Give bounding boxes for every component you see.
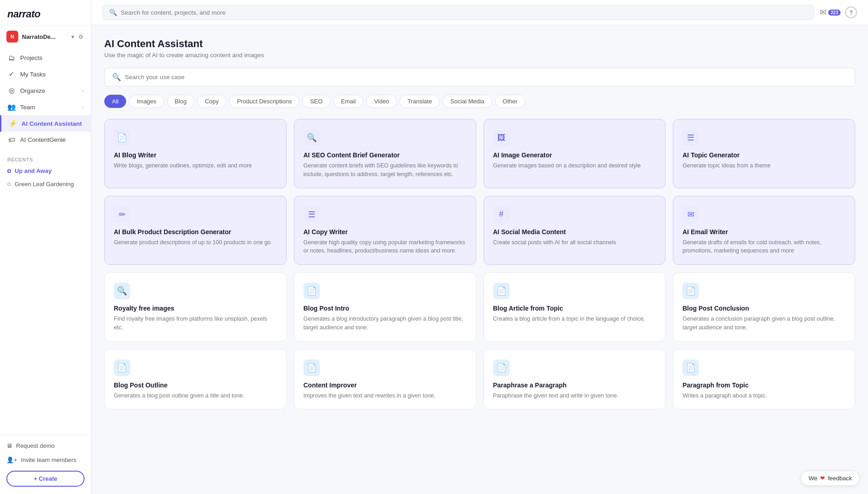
ai-copy-writer-title: AI Copy Writer [304,228,467,236]
tasks-icon: ✓ [7,70,16,78]
card-content-improver[interactable]: 📄 Content Improver Improves the given te… [294,349,476,410]
page-subtitle: Use the magic of AI to create amazing co… [104,52,855,59]
ai-image-generator-icon: 🖼 [493,129,510,146]
filter-tab-all[interactable]: All [104,95,126,108]
ai-topic-generator-desc: Generate topic ideas from a theme [682,161,846,170]
card-royalty-free-images[interactable]: 🔍 Royalty free images Find royalty free … [104,272,287,342]
recent-item-green-leaf[interactable]: Green Leaf Gardening [0,177,91,191]
filter-tab-images[interactable]: Images [129,95,164,108]
filter-tab-blog[interactable]: Blog [167,95,194,108]
sidebar-item-label: Team [20,104,35,111]
account-switcher[interactable]: N NarratoDe... ▾ ⚙ [0,26,91,47]
notifications-button[interactable]: ✉ 223 [820,7,841,17]
sidebar-item-label: AI ContentGenie [20,136,66,143]
global-search-input[interactable] [121,9,807,16]
feedback-label: We [809,475,817,482]
organize-icon: ◎ [7,86,16,95]
use-case-search-input[interactable] [125,74,847,81]
feedback-button[interactable]: We ❤ feedback [801,471,860,486]
page-title: AI Content Assistant [104,38,855,50]
sidebar-item-label: Projects [20,54,43,61]
card-blog-post-conclusion[interactable]: 📄 Blog Post Conclusion Generates a concl… [673,272,855,342]
filter-tab-product-descriptions[interactable]: Product Descriptions [229,95,299,108]
cards-grid: 📄 AI Blog Writer Write blogs, generate o… [104,119,855,409]
blog-post-outline-icon: 📄 [114,360,130,376]
filter-tab-video[interactable]: Video [366,95,397,108]
recents-label: Recents [0,150,91,164]
card-ai-seo-content-brief[interactable]: 🔍 AI SEO Content Brief Generator Generat… [294,119,476,188]
blog-article-from-topic-desc: Creates a blog article from a topic in t… [493,315,656,323]
sidebar-item-ai-content-genie[interactable]: 🏷 AI ContentGenie [0,132,91,148]
sidebar-item-organize[interactable]: ◎ Organize › [0,82,91,99]
paragraph-from-topic-desc: Writes a paragraph about a topic. [682,392,846,400]
card-ai-email-writer[interactable]: ✉ AI Email Writer Generate drafts of ema… [673,196,855,265]
recent-dot-icon [7,183,11,186]
card-ai-topic-generator[interactable]: ☰ AI Topic Generator Generate topic idea… [673,119,855,188]
chevron-right-icon: › [82,104,84,110]
topbar: 🔍 ✉ 223 ? [91,0,868,25]
filter-tab-social-media[interactable]: Social Media [442,95,492,108]
card-paraphrase-paragraph[interactable]: 📄 Paraphrase a Paragraph Paraphrase the … [484,349,666,410]
card-ai-bulk-product[interactable]: ✏ AI Bulk Product Description Generator … [104,196,287,265]
filter-tab-email[interactable]: Email [333,95,364,108]
paraphrase-paragraph-title: Paraphrase a Paragraph [493,381,656,389]
content-improver-icon: 📄 [304,360,320,376]
add-user-icon: 👤+ [6,456,17,463]
card-blog-article-from-topic[interactable]: 📄 Blog Article from Topic Creates a blog… [484,272,666,342]
request-demo-label: Request demo [16,442,55,449]
blog-post-conclusion-desc: Generates a conclusion paragraph given a… [682,315,846,332]
filter-tab-copy[interactable]: Copy [197,95,226,108]
filter-tab-seo[interactable]: SEO [302,95,330,108]
sidebar-item-ai-content-assistant[interactable]: ⚡ AI Content Assistant [0,115,91,132]
mail-icon: ✉ [820,7,826,17]
global-search-bar[interactable]: 🔍 [102,5,814,20]
card-ai-blog-writer[interactable]: 📄 AI Blog Writer Write blogs, generate o… [104,119,287,188]
paragraph-from-topic-icon: 📄 [682,360,699,376]
card-blog-post-intro[interactable]: 📄 Blog Post Intro Generates a blog intro… [294,272,476,342]
recent-item-label: Green Leaf Gardening [15,181,74,188]
ai-seo-content-brief-icon: 🔍 [304,129,320,146]
content-area: AI Content Assistant Use the magic of AI… [91,25,868,494]
recent-item-label: Up and Away [15,167,52,174]
topbar-actions: ✉ 223 ? [820,6,857,18]
account-settings-icon[interactable]: ⚙ [77,32,85,41]
filter-tab-other[interactable]: Other [495,95,526,108]
feedback-suffix: feedback [828,475,852,482]
main-nav: 🗂 Projects ✓ My Tasks ◎ Organize › 👥 Tea… [0,47,91,150]
invite-team-label: Invite team members [21,456,76,463]
account-actions: ▾ ⚙ [70,32,85,41]
logo-area: narrato [0,0,91,26]
royalty-free-images-title: Royalty free images [114,305,277,312]
create-button[interactable]: + Create [6,471,85,487]
ai-bulk-product-desc: Generate product descriptions of up to 1… [114,238,277,247]
sidebar-item-projects[interactable]: 🗂 Projects [0,50,91,66]
sidebar-item-label: Organize [20,87,45,94]
recent-item-up-and-away[interactable]: Up and Away [0,164,91,177]
card-ai-image-generator[interactable]: 🖼 AI Image Generator Generate images bas… [484,119,666,188]
paraphrase-paragraph-desc: Paraphrase the given text and write in g… [493,392,656,400]
filter-tabs: All Images Blog Copy Product Description… [104,95,855,108]
sidebar-item-label: My Tasks [20,71,46,78]
card-blog-post-outline[interactable]: 📄 Blog Post Outline Generates a blog pos… [104,349,287,410]
ai-seo-content-brief-desc: Generate content briefs with SEO guideli… [304,161,467,179]
account-chevron-down[interactable]: ▾ [70,32,75,41]
card-ai-social-media[interactable]: # AI Social Media Content Create social … [484,196,666,265]
invite-team-button[interactable]: 👤+ Invite team members [6,455,85,465]
blog-post-conclusion-icon: 📄 [682,283,699,299]
card-paragraph-from-topic[interactable]: 📄 Paragraph from Topic Writes a paragrap… [673,349,855,410]
card-ai-copy-writer[interactable]: ☰ AI Copy Writer Generate high quality c… [294,196,476,265]
ai-topic-generator-icon: ☰ [682,129,699,146]
filter-tab-translate[interactable]: Translate [399,95,440,108]
ai-blog-writer-desc: Write blogs, generate outlines, optimize… [114,161,277,170]
search-icon: 🔍 [112,73,121,81]
request-demo-button[interactable]: 🖥 Request demo [6,440,85,451]
sidebar-item-team[interactable]: 👥 Team › [0,99,91,115]
help-button[interactable]: ? [845,6,857,18]
notification-badge: 223 [828,10,841,16]
blog-post-intro-desc: Generates a blog introductory paragraph … [304,315,467,332]
app-logo: narrato [7,8,40,20]
sidebar-item-my-tasks[interactable]: ✓ My Tasks [0,66,91,82]
use-case-search-bar[interactable]: 🔍 [104,68,855,86]
ai-copy-writer-desc: Generate high quality copy using popular… [304,238,467,256]
chevron-right-icon: › [82,88,84,93]
